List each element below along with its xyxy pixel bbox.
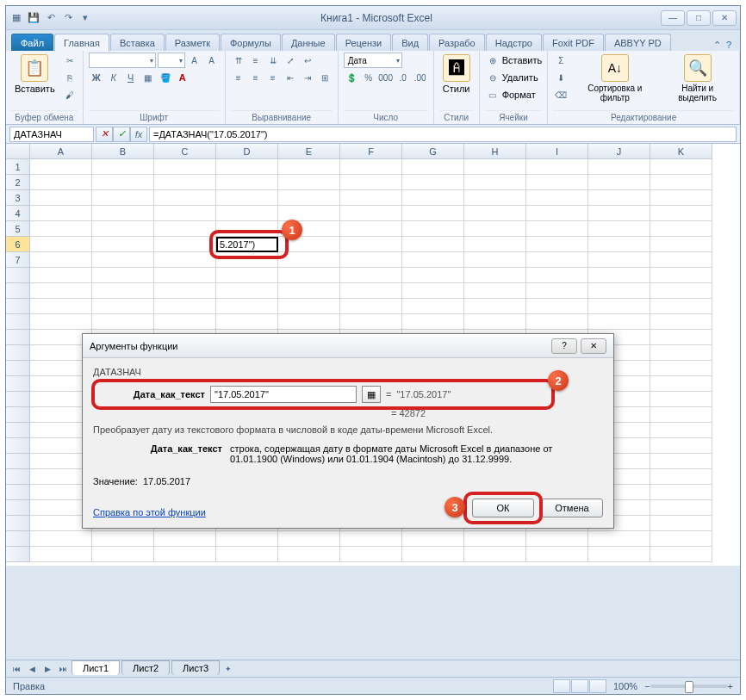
cell[interactable] (92, 547, 154, 562)
col-header[interactable]: I (526, 144, 588, 159)
cell[interactable] (464, 237, 526, 252)
cell[interactable] (650, 175, 712, 190)
find-select-button[interactable]: 🔍Найти и выделить (661, 53, 734, 104)
row-header[interactable] (6, 345, 30, 361)
sheet-tab[interactable]: Лист3 (171, 660, 220, 675)
row-header[interactable] (6, 547, 30, 562)
cell[interactable] (464, 299, 526, 314)
insert-cells-icon[interactable]: ⊕ (485, 53, 500, 68)
col-header[interactable]: C (154, 144, 216, 159)
percent-icon[interactable]: % (361, 70, 376, 85)
font-color-icon[interactable]: A (175, 70, 190, 85)
row-header[interactable]: 1 (6, 159, 30, 175)
minimize-ribbon-icon[interactable]: ⌃ (713, 40, 721, 51)
cell[interactable] (216, 283, 278, 299)
align-bottom-icon[interactable]: ⇊ (265, 53, 281, 68)
cell[interactable] (92, 206, 154, 221)
cell[interactable] (278, 547, 340, 562)
prev-sheet-icon[interactable]: ◀ (25, 662, 39, 676)
cell[interactable] (526, 175, 588, 190)
last-sheet-icon[interactable]: ⏭ (56, 662, 70, 676)
row-header[interactable] (6, 314, 30, 330)
cell[interactable] (278, 159, 340, 175)
cell[interactable] (92, 268, 154, 283)
autosum-icon[interactable]: Σ (553, 53, 569, 68)
dec-decimal-icon[interactable]: .00 (413, 70, 428, 85)
cell[interactable] (402, 190, 464, 206)
cell[interactable] (650, 299, 712, 314)
cell[interactable] (278, 531, 340, 547)
fx-button[interactable]: fx (130, 127, 147, 142)
cell[interactable] (154, 237, 216, 252)
fill-icon[interactable]: ⬇ (553, 70, 569, 85)
cell[interactable] (30, 283, 92, 299)
align-middle-icon[interactable]: ≡ (248, 53, 264, 68)
minimize-button[interactable]: — (661, 10, 685, 26)
cell[interactable] (650, 345, 712, 361)
cell[interactable] (92, 531, 154, 547)
cell[interactable] (464, 221, 526, 237)
format-painter-icon[interactable]: 🖌 (62, 87, 78, 102)
cell[interactable] (650, 361, 712, 376)
wrap-text-icon[interactable]: ↩ (300, 53, 315, 68)
cell[interactable] (154, 314, 216, 330)
cell[interactable] (464, 314, 526, 330)
cell[interactable] (650, 438, 712, 454)
normal-view-icon[interactable] (553, 679, 570, 693)
cell[interactable] (588, 237, 650, 252)
bold-button[interactable]: Ж (89, 70, 104, 85)
undo-icon[interactable]: ↶ (44, 11, 58, 25)
indent-inc-icon[interactable]: ⇥ (300, 70, 315, 85)
grow-font-icon[interactable]: A (187, 53, 202, 68)
cell[interactable] (650, 516, 712, 531)
cell[interactable] (216, 221, 278, 237)
tab-abbyy[interactable]: ABBYY PD (605, 34, 671, 51)
cell[interactable] (92, 190, 154, 206)
active-cell-edit[interactable]: 5.2017") (216, 237, 278, 252)
cell[interactable] (588, 221, 650, 237)
tab-developer[interactable]: Разрабо (429, 34, 485, 51)
cell[interactable] (402, 314, 464, 330)
row-header[interactable] (6, 485, 30, 500)
align-top-icon[interactable]: ⇈ (231, 53, 246, 68)
cell[interactable] (650, 485, 712, 500)
format-cells-label[interactable]: Формат (502, 90, 536, 100)
row-header[interactable] (6, 407, 30, 423)
cell[interactable] (526, 268, 588, 283)
styles-button[interactable]: 🅰Стили (439, 53, 474, 96)
cell[interactable] (650, 392, 712, 407)
cell[interactable] (154, 283, 216, 299)
zoom-level[interactable]: 100% (613, 681, 637, 691)
cell[interactable] (92, 299, 154, 314)
ok-button[interactable]: ОК (472, 499, 534, 517)
cell[interactable] (340, 283, 402, 299)
row-header[interactable]: 5 (6, 221, 30, 237)
cell[interactable] (216, 159, 278, 175)
clear-icon[interactable]: ⌫ (553, 87, 569, 102)
tab-insert[interactable]: Вставка (110, 34, 165, 51)
cell[interactable] (588, 268, 650, 283)
col-header[interactable]: F (340, 144, 402, 159)
cell[interactable] (278, 206, 340, 221)
cell[interactable] (30, 531, 92, 547)
name-box[interactable]: ДАТАЗНАЧ (9, 127, 94, 142)
cell[interactable] (216, 252, 278, 268)
row-header[interactable]: 7 (6, 252, 30, 268)
dialog-close-button[interactable]: ✕ (581, 338, 606, 354)
cell[interactable] (588, 547, 650, 562)
cell[interactable] (650, 469, 712, 485)
cell[interactable] (30, 299, 92, 314)
cell[interactable] (92, 237, 154, 252)
cell[interactable] (526, 159, 588, 175)
cell[interactable] (216, 175, 278, 190)
cell[interactable] (650, 531, 712, 547)
fill-color-icon[interactable]: 🪣 (158, 70, 173, 85)
cell[interactable] (92, 283, 154, 299)
tab-home[interactable]: Главная (54, 34, 109, 52)
cell[interactable] (30, 190, 92, 206)
cell[interactable] (588, 206, 650, 221)
col-header[interactable]: H (464, 144, 526, 159)
cell[interactable] (588, 175, 650, 190)
cell[interactable] (154, 547, 216, 562)
cell[interactable] (30, 314, 92, 330)
